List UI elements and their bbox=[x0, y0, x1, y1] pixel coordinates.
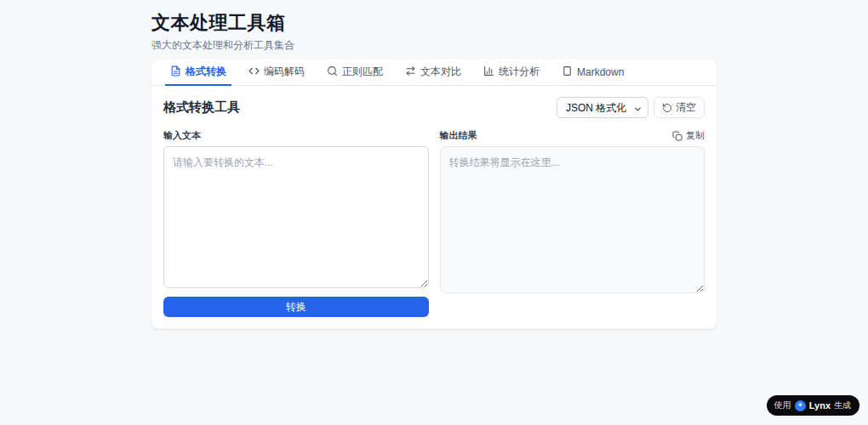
format-mode-select-wrap: JSON 格式化 bbox=[557, 97, 648, 118]
convert-button[interactable]: 转换 bbox=[163, 297, 429, 317]
input-label-row: 输入文本 bbox=[163, 129, 429, 142]
output-column: 输出结果 复制 bbox=[440, 129, 705, 317]
rotate-ccw-icon bbox=[662, 103, 672, 113]
copy-button[interactable]: 复制 bbox=[672, 129, 705, 142]
panel-title: 格式转换工具 bbox=[163, 99, 240, 116]
clear-button[interactable]: 清空 bbox=[654, 97, 705, 118]
input-label: 输入文本 bbox=[163, 129, 201, 142]
input-textarea[interactable] bbox=[163, 146, 429, 288]
tab-format-convert[interactable]: 格式转换 bbox=[165, 60, 231, 86]
file-text-icon bbox=[170, 65, 181, 79]
tab-regex-match[interactable]: 正则匹配 bbox=[322, 60, 388, 86]
tab-stats-analysis[interactable]: 统计分析 bbox=[478, 60, 545, 86]
page-title: 文本处理工具箱 bbox=[151, 11, 717, 35]
format-mode-select[interactable]: JSON 格式化 bbox=[557, 97, 648, 118]
badge-brand: Lynx bbox=[809, 400, 831, 411]
code-icon bbox=[248, 65, 260, 79]
panel-controls: JSON 格式化 清空 bbox=[557, 97, 705, 118]
tab-label: 统计分析 bbox=[499, 65, 540, 79]
lynx-logo-icon: ✦ bbox=[795, 400, 806, 411]
output-label: 输出结果 bbox=[440, 129, 477, 142]
markdown-icon bbox=[562, 65, 573, 79]
tab-label: 文本对比 bbox=[420, 65, 461, 79]
tab-text-diff[interactable]: 文本对比 bbox=[400, 60, 466, 86]
clear-button-label: 清空 bbox=[676, 100, 696, 115]
tab-label: Markdown bbox=[577, 66, 624, 78]
io-columns: 输入文本 转换 输出结果 复制 bbox=[163, 129, 705, 317]
panel-content: 格式转换工具 JSON 格式化 清空 bbox=[151, 86, 717, 329]
copy-button-label: 复制 bbox=[686, 129, 705, 142]
page-subtitle: 强大的文本处理和分析工具集合 bbox=[151, 38, 717, 52]
tab-encode-decode[interactable]: 编码解码 bbox=[243, 60, 310, 86]
bar-chart-icon bbox=[483, 65, 494, 79]
output-textarea[interactable] bbox=[440, 146, 705, 293]
tabbar: 格式转换 编码解码 正则匹配 文本对比 统计分析 Markdown bbox=[151, 60, 717, 86]
search-icon bbox=[327, 65, 338, 79]
tool-card: 格式转换 编码解码 正则匹配 文本对比 统计分析 Markdown bbox=[151, 60, 717, 329]
lynx-attribution-badge[interactable]: 使用 ✦ Lynx 生成 bbox=[767, 395, 859, 416]
page-container: 文本处理工具箱 强大的文本处理和分析工具集合 格式转换 编码解码 正则匹配 文本… bbox=[151, 0, 717, 329]
swap-arrows-icon bbox=[405, 65, 416, 79]
panel-header: 格式转换工具 JSON 格式化 清空 bbox=[163, 97, 705, 118]
output-label-row: 输出结果 复制 bbox=[440, 129, 705, 142]
copy-icon bbox=[672, 131, 682, 141]
tab-label: 格式转换 bbox=[186, 65, 226, 79]
tab-label: 编码解码 bbox=[264, 65, 305, 79]
input-column: 输入文本 转换 bbox=[163, 129, 429, 317]
tab-markdown[interactable]: Markdown bbox=[557, 60, 629, 86]
badge-suffix: 生成 bbox=[834, 400, 851, 411]
tab-label: 正则匹配 bbox=[342, 65, 383, 79]
badge-prefix: 使用 bbox=[774, 400, 791, 411]
